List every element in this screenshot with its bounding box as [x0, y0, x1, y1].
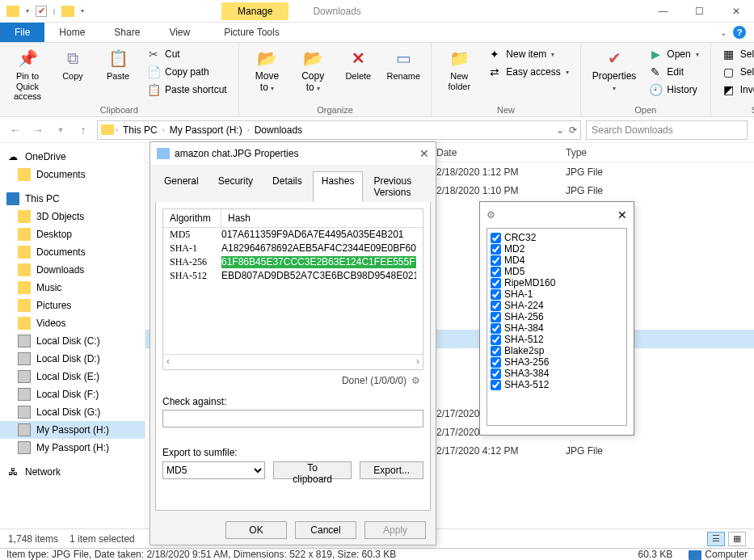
hash-row[interactable]: MD5017A611359F9AD6A7E4495A035E4B201	[163, 228, 423, 242]
nav-item[interactable]: Videos	[0, 314, 145, 332]
hash-checkbox[interactable]	[491, 380, 501, 390]
contextual-tab-manage[interactable]: Manage	[221, 2, 289, 20]
nav-item[interactable]: Desktop	[0, 225, 145, 243]
address-bar[interactable]: › This PC› My Passport (H:)› Downloads ⌄…	[97, 120, 581, 140]
hash-checkbox[interactable]	[491, 346, 501, 356]
ok-button[interactable]: OK	[225, 521, 287, 539]
nav-back-button[interactable]: ←	[6, 121, 24, 139]
dialog-tab[interactable]: Hashes	[313, 171, 364, 202]
window-minimize[interactable]: —	[645, 0, 681, 23]
hash-checkbox-item[interactable]: RipeMD160	[491, 277, 623, 288]
qat-dropdown[interactable]: ▾	[26, 7, 29, 15]
hash-checkbox-item[interactable]: MD2	[491, 243, 623, 255]
nav-documents[interactable]: Documents	[0, 166, 145, 183]
refresh-icon[interactable]: ⟳	[569, 124, 577, 136]
dialog-tab[interactable]: Security	[209, 171, 262, 202]
new-item-button[interactable]: ✦New item ▾	[485, 46, 571, 62]
qat-newfolder[interactable]	[61, 6, 74, 17]
edit-button[interactable]: ✎Edit	[646, 64, 701, 80]
copy-button[interactable]: ⧉Copy	[53, 46, 92, 83]
hash-row[interactable]: SHA-512EBD807AD9DB52A7C3E6BCB98D9548E021…	[163, 269, 423, 283]
select-all-button[interactable]: ▦Select all	[719, 46, 754, 62]
new-folder-button[interactable]: 📁New folder	[440, 46, 478, 93]
export-button[interactable]: Export...	[360, 461, 423, 479]
cancel-button[interactable]: Cancel	[295, 521, 356, 539]
hash-checkbox[interactable]	[491, 335, 501, 345]
help-icon[interactable]: ?	[733, 26, 746, 39]
export-format-select[interactable]: MD5	[162, 461, 265, 479]
tab-picture-tools[interactable]: Picture Tools	[209, 23, 293, 42]
hash-checkbox-item[interactable]: SHA-224	[491, 300, 623, 311]
hash-checkbox[interactable]	[491, 233, 501, 243]
paste-shortcut-button[interactable]: 📋Paste shortcut	[144, 82, 230, 98]
rename-button[interactable]: ▭Rename	[384, 46, 423, 83]
qat-properties[interactable]: ✔	[36, 6, 47, 17]
move-to-button[interactable]: 📂Move to ▾	[247, 46, 287, 95]
copy-path-button[interactable]: 📄Copy path	[144, 64, 230, 80]
nav-forward-button[interactable]: →	[29, 121, 47, 139]
delete-button[interactable]: ✕Delete	[339, 46, 377, 83]
paste-button[interactable]: 📋Paste	[99, 46, 137, 83]
address-dropdown-icon[interactable]: ⌄	[556, 124, 564, 136]
hash-col-algorithm[interactable]: Algorithm	[163, 209, 221, 227]
apply-button[interactable]: Apply	[364, 521, 426, 539]
open-button[interactable]: ▶Open ▾	[646, 46, 701, 62]
hash-row[interactable]: SHA-1A182964678692AEB5AF4C2344E09E0BF60D…	[163, 242, 423, 255]
nav-item[interactable]: Pictures	[0, 297, 145, 314]
nav-item[interactable]: Local Disk (C:)	[0, 332, 145, 350]
hash-checkbox[interactable]	[491, 289, 501, 300]
hash-checkbox-item[interactable]: SHA-256	[491, 311, 623, 322]
nav-network[interactable]: 🖧Network	[0, 463, 145, 481]
nav-item[interactable]: Local Disk (D:)	[0, 350, 145, 368]
nav-thispc[interactable]: This PC	[0, 190, 145, 208]
nav-item[interactable]: Downloads	[0, 261, 145, 279]
easy-access-button[interactable]: ⇄Easy access ▾	[485, 64, 571, 80]
hash-checkbox-item[interactable]: SHA-384	[491, 322, 623, 334]
qat-customize[interactable]: ▾	[81, 7, 84, 15]
hash-checkbox[interactable]	[491, 255, 501, 266]
nav-item[interactable]: 3D Objects	[0, 208, 145, 225]
hash-checkbox[interactable]	[491, 323, 501, 334]
breadcrumb[interactable]: This PC	[120, 124, 161, 136]
nav-item[interactable]: Local Disk (G:)	[0, 403, 145, 421]
nav-item[interactable]: Music	[0, 279, 145, 297]
hash-checkbox[interactable]	[491, 244, 501, 255]
copy-to-button[interactable]: 📂Copy to ▾	[293, 46, 332, 95]
breadcrumb[interactable]: Downloads	[251, 124, 305, 136]
dialog-tab[interactable]: Previous Versions	[364, 171, 431, 202]
invert-selection-button[interactable]: ◩Invert selection	[719, 82, 754, 98]
hash-checkbox-item[interactable]: Blake2sp	[491, 345, 623, 356]
hash-col-hash[interactable]: Hash	[221, 209, 257, 227]
breadcrumb[interactable]: My Passport (H:)	[166, 124, 246, 136]
tab-file[interactable]: File	[0, 23, 44, 42]
nav-item[interactable]: My Passport (H:)	[0, 439, 145, 457]
tab-share[interactable]: Share	[99, 23, 154, 42]
nav-item[interactable]: Local Disk (E:)	[0, 368, 145, 385]
properties-button[interactable]: ✔Properties ▾	[589, 46, 640, 94]
gear-icon[interactable]: ⚙	[487, 209, 495, 221]
dialog-close-icon[interactable]: ✕	[419, 147, 429, 160]
history-button[interactable]: 🕘History	[646, 82, 701, 98]
window-close[interactable]: ✕	[718, 0, 754, 23]
dialog-tab[interactable]: Details	[263, 171, 311, 202]
tab-home[interactable]: Home	[44, 23, 99, 42]
window-maximize[interactable]: ☐	[681, 0, 718, 23]
ribbon-collapse-icon[interactable]: ⌄	[720, 28, 727, 37]
gear-icon[interactable]: ⚙	[411, 375, 420, 386]
pin-to-quick-access-button[interactable]: 📌Pin to Quick access	[8, 46, 47, 103]
hash-checkbox[interactable]	[491, 312, 501, 322]
navigation-pane[interactable]: ☁OneDrive Documents This PC 3D ObjectsDe…	[0, 143, 145, 533]
view-large-icons-button[interactable]: ▦	[728, 532, 746, 546]
column-header-type[interactable]: Type	[566, 147, 635, 158]
nav-recent-dropdown[interactable]: ▼	[52, 121, 70, 139]
select-none-button[interactable]: ▢Select none	[719, 64, 754, 80]
tab-view[interactable]: View	[154, 23, 204, 42]
hash-row[interactable]: SHA-25661F86B45E37CCC3E2B63E124C1FEE555F…	[163, 255, 423, 269]
nav-up-button[interactable]: ↑	[74, 121, 92, 139]
hash-checkbox[interactable]	[491, 278, 501, 288]
nav-onedrive[interactable]: ☁OneDrive	[0, 148, 145, 166]
nav-item[interactable]: Documents	[0, 243, 145, 261]
hash-checkbox[interactable]	[491, 368, 501, 379]
hash-checkbox-item[interactable]: CRC32	[491, 232, 623, 243]
to-clipboard-button[interactable]: To clipboard	[273, 461, 352, 479]
